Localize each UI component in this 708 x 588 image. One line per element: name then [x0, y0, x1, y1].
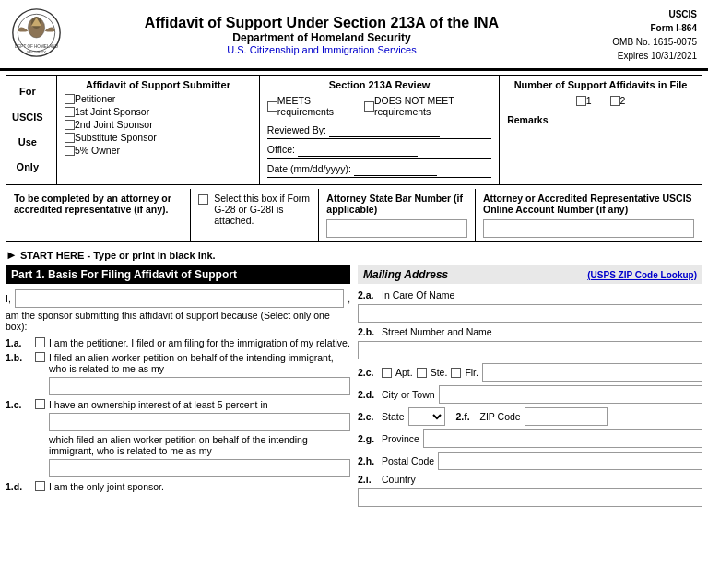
joint-sponsor-1-option: 1st Joint Sponsor [65, 106, 252, 117]
office-field: Office: [267, 142, 491, 159]
addr-2g-row: 2.g. Province [358, 429, 702, 448]
joint-sponsor-2-option: 2nd Joint Sponsor [65, 119, 252, 130]
petitioner-option: Petitioner [65, 93, 252, 104]
apt-ste-flr-input[interactable] [482, 363, 702, 382]
mailing-title: Mailing Address [363, 268, 448, 281]
substitute-sponsor-option: Substitute Sponsor [65, 132, 252, 143]
remarks-content [507, 125, 694, 162]
start-here-text: START HERE - Type or print in black ink. [20, 250, 216, 261]
bar-number-title: Attorney State Bar Number (if applicable… [326, 193, 467, 215]
addr-2a-row: 2.a. In Care Of Name [358, 289, 702, 300]
svg-text:SECURITY: SECURITY [27, 50, 46, 54]
dept-name: Department of Homeland Security [66, 31, 577, 44]
online-account-input[interactable] [483, 219, 694, 238]
expiry-date: Expires 10/31/2021 [577, 49, 697, 63]
sponsor-name-section: I, , am the sponsor submitting this affi… [6, 289, 350, 332]
zip-code-input[interactable] [525, 407, 608, 426]
remarks-section: Remarks [507, 112, 694, 162]
ste-checkbox[interactable] [417, 368, 427, 378]
reviewed-by-field: Reviewed By: [267, 123, 491, 139]
num-1-option: 1 [576, 95, 592, 106]
does-not-meet-option: DOES NOT MEET requirements [364, 95, 491, 117]
attorney-box: To be completed by an attorney or accred… [6, 189, 702, 242]
date-input[interactable] [354, 161, 437, 176]
i-name-row: I, , [6, 289, 350, 308]
addr-2d-row: 2.d. City or Town [358, 385, 702, 404]
usps-link[interactable]: (USPS ZIP Code Lookup) [587, 270, 697, 280]
num-2-checkbox[interactable] [610, 96, 620, 106]
remarks-title: Remarks [507, 114, 694, 125]
num-affidavits-title: Number of Support Affidavits in File [507, 79, 694, 90]
care-of-name-input[interactable] [358, 304, 702, 323]
option-1d-checkbox[interactable] [35, 481, 45, 491]
eagle-icon: DEPT OF HOMELAND SECURITY [11, 7, 62, 58]
page-header: DEPT OF HOMELAND SECURITY Affidavit of S… [0, 0, 708, 71]
addr-2e-2f-row: 2.e. State 2.f. ZIP Code [358, 407, 702, 426]
g28-checkbox[interactable] [198, 194, 208, 205]
meets-row: MEETS requirements DOES NOT MEET require… [267, 93, 491, 119]
main-content: Part 1. Basis For Filing Affidavit of Su… [6, 265, 702, 507]
num-2-option: 2 [610, 95, 626, 106]
num-1-checkbox[interactable] [576, 96, 586, 106]
sponsor-name-input[interactable] [15, 289, 344, 308]
agency-logo: DEPT OF HOMELAND SECURITY [11, 7, 66, 63]
num-options-row: 1 2 [507, 93, 694, 108]
option-1c-org-input[interactable] [49, 413, 350, 431]
reviewed-by-input[interactable] [329, 123, 440, 137]
option-1b-row: 1.b. I filed an alien worker petition on… [6, 352, 350, 395]
online-account-title: Attorney or Accredited Representative US… [483, 193, 694, 215]
mailing-header: Mailing Address (USPS ZIP Code Lookup) [358, 265, 702, 284]
street-number-input[interactable] [358, 341, 702, 359]
does-not-meet-checkbox[interactable] [364, 101, 374, 112]
petitioner-checkbox[interactable] [65, 94, 75, 104]
five-pct-checkbox[interactable] [65, 146, 75, 156]
postal-code-input[interactable] [438, 452, 702, 470]
submitter-column: Affidavit of Support Submitter Petitione… [57, 76, 260, 184]
option-1c-row: 1.c. I have an ownership interest of at … [6, 399, 350, 477]
flr-checkbox[interactable] [451, 368, 461, 378]
section-213a-title: Section 213A Review [267, 79, 491, 90]
joint-sponsor-2-checkbox[interactable] [65, 120, 75, 130]
online-account-section: Attorney or Accredited Representative US… [476, 189, 702, 241]
submitter-title: Affidavit of Support Submitter [65, 79, 252, 90]
province-input[interactable] [423, 429, 702, 448]
option-1c-checkbox[interactable] [35, 399, 45, 409]
part1-header: Part 1. Basis For Filing Affidavit of Su… [6, 265, 350, 284]
form-id-label: Form I-864 [577, 21, 697, 35]
substitute-sponsor-checkbox[interactable] [65, 133, 75, 143]
office-input[interactable] [298, 142, 418, 157]
country-input[interactable] [358, 488, 702, 507]
section-213a-column: Section 213A Review MEETS requirements D… [260, 76, 500, 184]
uscis-for-label: For USCIS Use Only [6, 76, 57, 184]
left-column: Part 1. Basis For Filing Affidavit of Su… [6, 265, 350, 507]
intro-text: am the sponsor submitting this affidavit… [6, 310, 350, 332]
agency-name: U.S. Citizenship and Immigration Service… [66, 44, 577, 55]
date-field: Date (mm/dd/yyyy): [267, 161, 491, 178]
header-title-block: Affidavit of Support Under Section 213A … [66, 15, 577, 55]
option-1d-row: 1.d. I am the only joint sponsor. [6, 481, 350, 492]
city-town-input[interactable] [439, 385, 702, 404]
option-1b-input[interactable] [49, 377, 350, 395]
arrow-icon: ► [6, 248, 18, 262]
option-1b-checkbox[interactable] [35, 352, 45, 362]
bar-number-input[interactable] [326, 219, 467, 238]
addr-2c-row: 2.c. Apt. Ste. Flr. [358, 363, 702, 382]
addr-2h-row: 2.h. Postal Code [358, 452, 702, 470]
omb-number: OMB No. 1615-0075 [577, 35, 697, 49]
meets-checkbox[interactable] [267, 101, 277, 112]
option-1c-relation-input[interactable] [49, 459, 350, 477]
num-affidavits-column: Number of Support Affidavits in File 1 2… [500, 76, 702, 184]
agency-label: USCIS [577, 7, 697, 21]
apt-checkbox[interactable] [382, 368, 392, 378]
bar-number-section: Attorney State Bar Number (if applicable… [319, 189, 476, 241]
state-select[interactable] [408, 407, 445, 426]
start-here-line: ► START HERE - Type or print in black in… [6, 248, 702, 262]
right-column: Mailing Address (USPS ZIP Code Lookup) 2… [358, 265, 702, 507]
form-info: USCIS Form I-864 OMB No. 1615-0075 Expir… [577, 7, 697, 63]
option-1a-checkbox[interactable] [35, 337, 45, 347]
meets-option: MEETS requirements [267, 95, 355, 117]
addr-2i-row: 2.i. Country [358, 474, 702, 485]
addr-2b-row: 2.b. Street Number and Name [358, 326, 702, 337]
five-pct-owner-option: 5% Owner [65, 145, 252, 156]
joint-sponsor-1-checkbox[interactable] [65, 107, 75, 117]
